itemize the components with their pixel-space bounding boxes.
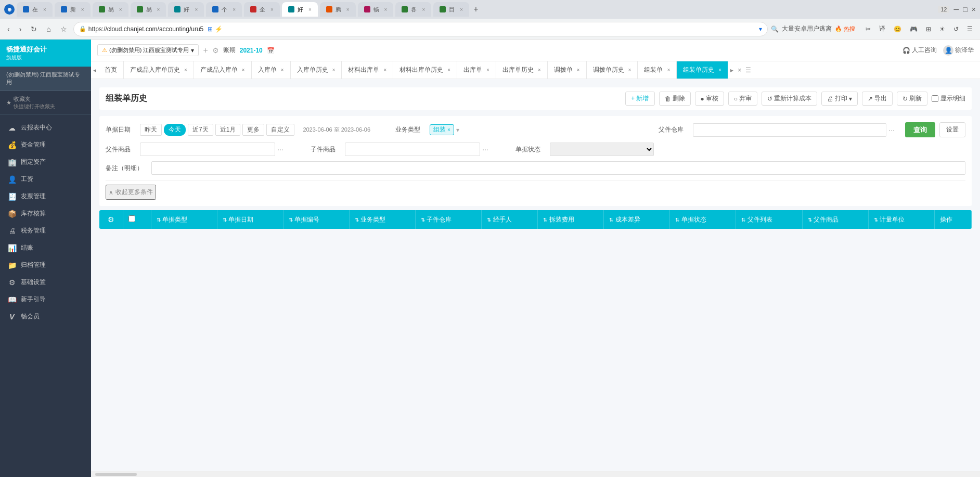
sidebar-item-member[interactable]: V 畅会员 xyxy=(0,308,91,325)
sun-tool[interactable]: ☀ xyxy=(936,24,948,34)
search-box[interactable]: 🔍 大量安卓用户逃离 🔥 热搜 xyxy=(771,24,855,33)
forward-button[interactable]: › xyxy=(16,23,25,35)
tab-ge2[interactable]: 各 × xyxy=(395,2,431,17)
date-1month-btn[interactable]: 近1月 xyxy=(215,124,241,136)
tab-teng[interactable]: 腾 × xyxy=(320,2,356,17)
add-company-button[interactable]: + xyxy=(203,46,208,55)
abandon-button[interactable]: ○ 弃审 xyxy=(728,92,757,106)
parent-product-input[interactable] xyxy=(140,143,275,156)
undo-tool[interactable]: ↺ xyxy=(950,24,962,34)
col-order-no[interactable]: ⇅ 单据编号 xyxy=(283,210,349,229)
company-settings-button[interactable]: ⚙ xyxy=(212,46,219,55)
business-type-tag[interactable]: 组装 × xyxy=(430,124,454,135)
collapse-btn[interactable]: ∧ 收起更多条件 xyxy=(106,185,156,200)
tab-mu[interactable]: 目 × xyxy=(433,2,469,17)
print-button[interactable]: 🖨 打印 ▾ xyxy=(821,92,858,106)
show-detail-checkbox[interactable] xyxy=(932,95,938,102)
col-handler[interactable]: ⇅ 经手人 xyxy=(482,210,538,229)
select-all-checkbox[interactable] xyxy=(128,215,135,222)
user-avatar[interactable]: 👤 徐泽华 xyxy=(943,45,974,56)
sidebar-item-closing[interactable]: 📊 结账 xyxy=(0,239,91,256)
col-parent-product[interactable]: ⇅ 父件商品 xyxy=(802,210,868,229)
parent-warehouse-input[interactable] xyxy=(693,123,886,137)
tab-finished-goods[interactable]: 产成品入库单 × xyxy=(194,61,252,79)
horizontal-scrollbar[interactable] xyxy=(95,473,137,476)
tab-material-outbound-history[interactable]: 材料出库单历史 × xyxy=(393,61,457,79)
tag-close-icon[interactable]: × xyxy=(447,127,450,133)
tab-inbound[interactable]: 入库单 × xyxy=(252,61,291,79)
sidebar-item-tax[interactable]: 🖨 税务管理 xyxy=(0,222,91,239)
sidebar-item-guide[interactable]: 📖 新手引导 xyxy=(0,291,91,308)
sidebar-item-inventory[interactable]: 📦 库存核算 xyxy=(0,205,91,222)
tab-scroll-right[interactable]: ▸ xyxy=(728,67,736,74)
date-custom-btn[interactable]: 自定义 xyxy=(266,124,294,136)
col-unit[interactable]: ⇅ 计量单位 xyxy=(868,210,934,229)
print-chevron[interactable]: ▾ xyxy=(849,95,852,102)
tab-hao2[interactable]: 好 × xyxy=(282,2,318,17)
emoji-tool[interactable]: 😊 xyxy=(891,24,905,34)
col-business-type[interactable]: ⇅ 业务类型 xyxy=(350,210,416,229)
home-button[interactable]: ⌂ xyxy=(43,23,54,35)
bookmark-button[interactable]: ☆ xyxy=(57,23,70,35)
col-order-date[interactable]: ⇅ 单据日期 xyxy=(217,210,283,229)
tab-material-outbound[interactable]: 材料出库单 × xyxy=(342,61,393,79)
tab-hao1[interactable]: 好 × xyxy=(168,2,204,17)
child-product-ellipsis[interactable]: ··· xyxy=(480,145,491,153)
tab-more-options[interactable]: ☰ xyxy=(743,67,753,74)
date-yesterday-btn[interactable]: 昨天 xyxy=(140,124,162,136)
sidebar-item-invoice[interactable]: 🧾 发票管理 xyxy=(0,188,91,205)
tab-outbound[interactable]: 出库单 × xyxy=(457,61,496,79)
settings-filter-button[interactable]: 设置 xyxy=(939,122,965,137)
grid-tool[interactable]: ⊞ xyxy=(923,24,934,34)
col-child-warehouse[interactable]: ⇅ 子件仓库 xyxy=(416,210,482,229)
tab-chang[interactable]: 畅 × xyxy=(358,2,394,17)
business-type-dropdown[interactable]: ▾ xyxy=(454,126,461,134)
parent-warehouse-ellipsis[interactable]: ··· xyxy=(886,126,897,134)
tab-qi[interactable]: 企 × xyxy=(244,2,280,17)
order-status-select[interactable]: 草稿 已审核 xyxy=(550,143,654,156)
date-more-btn[interactable]: 更多 xyxy=(242,124,264,136)
sidebar-item-cloud-report[interactable]: ☁ 云报表中心 xyxy=(0,119,91,136)
calendar-icon[interactable]: 📅 xyxy=(267,47,275,54)
tab-transfer-history[interactable]: 调拨单历史 × xyxy=(587,61,638,79)
query-button[interactable]: 查询 xyxy=(905,122,935,137)
maximize-button[interactable]: □ xyxy=(963,5,967,14)
sidebar-item-fund[interactable]: 💰 资金管理 xyxy=(0,136,91,153)
scrollbar-area[interactable] xyxy=(91,471,980,477)
new-tab-button[interactable]: + xyxy=(471,5,480,14)
favorites-section[interactable]: ★ 收藏夹 快捷键打开收藏夹 xyxy=(0,91,91,115)
parent-product-ellipsis[interactable]: ··· xyxy=(275,145,286,153)
tab-zai[interactable]: 在 × xyxy=(17,2,53,17)
audit-button[interactable]: ● 审核 xyxy=(695,92,724,106)
date-7days-btn[interactable]: 近7天 xyxy=(188,124,213,136)
close-button[interactable]: × xyxy=(972,5,976,14)
customer-service[interactable]: 🎧 人工咨询 xyxy=(902,46,937,55)
menu-tool[interactable]: ☰ xyxy=(964,24,976,34)
game-tool[interactable]: 🎮 xyxy=(907,24,921,34)
delete-button[interactable]: 🗑 删除 xyxy=(659,92,691,106)
company-selector-sidebar[interactable]: (勿删勿禁用) 江西服宝测试专用 xyxy=(0,67,91,91)
tab-yi1[interactable]: 易 × xyxy=(93,2,128,17)
tab-yi2[interactable]: 易 × xyxy=(131,2,166,17)
refresh-browser-button[interactable]: ↻ xyxy=(28,23,40,35)
translate-tool[interactable]: 译 xyxy=(876,23,888,34)
export-button[interactable]: ↗ 导出 xyxy=(862,92,893,106)
tab-close-all[interactable]: × xyxy=(736,67,743,74)
recalculate-button[interactable]: ↺ 重新计算成本 xyxy=(762,92,817,106)
address-bar[interactable]: 🔒 https://cloud.chanjet.com/accounting/u… xyxy=(73,22,768,36)
col-cost-diff[interactable]: ⇅ 成本差异 xyxy=(604,210,670,229)
refresh-page-button[interactable]: ↻ 刷新 xyxy=(897,92,927,106)
tab-ge[interactable]: 个 × xyxy=(206,2,242,17)
sidebar-item-settings[interactable]: ⚙ 基础设置 xyxy=(0,274,91,291)
sidebar-item-salary[interactable]: 👤 工资 xyxy=(0,171,91,188)
company-selector-header[interactable]: ⚠ (勿删勿禁用) 江西服宝测试专用 ▾ xyxy=(97,44,199,56)
tab-assembly[interactable]: 组装单 × xyxy=(638,61,677,79)
col-order-type[interactable]: ⇅ 单据类型 xyxy=(151,210,217,229)
sidebar-item-archive[interactable]: 📁 归档管理 xyxy=(0,256,91,274)
remark-input[interactable] xyxy=(151,161,965,175)
tab-assembly-history[interactable]: 组装单历史 × xyxy=(677,61,728,79)
add-button[interactable]: + 新增 xyxy=(625,92,654,106)
sidebar-item-fixed-assets[interactable]: 🏢 固定资产 xyxy=(0,153,91,171)
col-order-status[interactable]: ⇅ 单据状态 xyxy=(670,210,736,229)
back-button[interactable]: ‹ xyxy=(4,23,13,35)
